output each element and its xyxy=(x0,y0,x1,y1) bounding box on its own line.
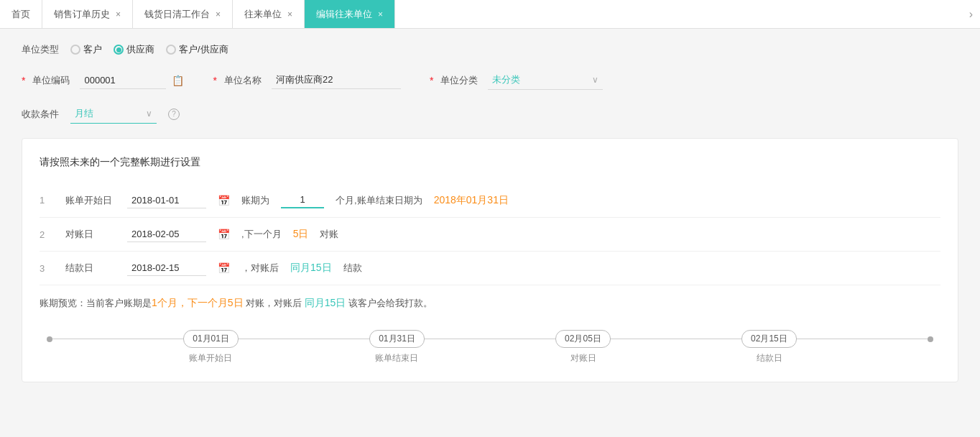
period-input[interactable] xyxy=(281,192,324,208)
unit-category-label: 单位分类 xyxy=(440,74,478,87)
start-date-input[interactable] xyxy=(127,193,206,208)
tl-label-3: 对账日 xyxy=(570,352,596,364)
settings-card: 请按照未来的一个完整帐期进行设置 1 账单开始日 📅 账期为 个月,账单结束日期… xyxy=(22,138,958,382)
tab-home-label: 首页 xyxy=(11,8,30,21)
row-3-label: 结款日 xyxy=(65,262,116,275)
unit-type-row: 单位类型 客户 供应商 客户/供应商 xyxy=(22,43,958,56)
timeline-labels-row: 账单开始日 账单结束日 对账日 结款日 xyxy=(47,352,933,364)
tab-nav-arrow[interactable]: › xyxy=(962,8,980,21)
tl-seg-4 xyxy=(611,339,741,339)
preview-end: 该客户会给我打款。 xyxy=(346,298,433,308)
tl-label-1: 账单开始日 xyxy=(189,352,232,364)
tab-sales-history-label: 销售订单历史 xyxy=(54,8,110,21)
payment-row: 收款条件 月结 ∨ ? xyxy=(22,104,958,124)
timeline-node-3: 02月05日 xyxy=(555,330,611,348)
payment-date-input[interactable] xyxy=(127,260,206,276)
tab-home[interactable]: 首页 xyxy=(0,0,42,28)
tab-edit-partner[interactable]: 编辑往来单位 × xyxy=(305,0,395,28)
reconcile-date-input[interactable] xyxy=(127,226,206,242)
tl-node-2-badge: 01月31日 xyxy=(369,330,425,348)
radio-customer-supplier-label: 客户/供应商 xyxy=(179,43,228,56)
tab-sales-history[interactable]: 销售订单历史 × xyxy=(42,0,133,28)
unit-category-value: 未分类 xyxy=(492,73,588,86)
billing-row-2: 2 对账日 📅 ,下一个月5日 对账 xyxy=(40,218,940,252)
tl-node-1-badge: 01月01日 xyxy=(183,330,239,348)
tab-bar: 首页 销售订单历史 × 钱货日清工作台 × 往来单位 × 编辑往来单位 × › xyxy=(0,0,980,29)
unit-code-input[interactable] xyxy=(80,72,166,89)
tl-label-2: 账单结束日 xyxy=(375,352,418,364)
copy-icon[interactable]: 📋 xyxy=(172,75,184,86)
tab-partners-label: 往来单位 xyxy=(244,8,282,21)
timeline-node-2: 01月31日 xyxy=(369,330,425,348)
row-2-highlight: 5日 xyxy=(293,228,309,241)
timeline-node-4: 02月15日 xyxy=(741,330,797,348)
radio-customer-supplier-circle xyxy=(166,45,176,55)
tl-seg-2 xyxy=(239,339,369,339)
start-date-calendar[interactable]: 📅 xyxy=(218,195,230,206)
unit-name-star: * xyxy=(213,75,216,86)
payment-dropdown[interactable]: 月结 ∨ xyxy=(70,104,157,124)
preview-part2: 下一个月5日 xyxy=(188,297,244,308)
row-2-num: 2 xyxy=(40,229,54,240)
radio-supplier-label: 供应商 xyxy=(126,43,154,56)
timeline-wrapper: 01月01日 01月31日 02月05日 02月15日 xyxy=(47,330,933,348)
preview-mid: 对账，对账后 xyxy=(244,298,305,308)
unit-category-dropdown[interactable]: 未分类 ∨ xyxy=(488,70,603,90)
unit-type-label: 单位类型 xyxy=(22,43,59,56)
unit-info-row: * 单位编码 📋 * 单位名称 * 单位分类 未分类 ∨ xyxy=(22,70,958,90)
preview-section: 账期预览：当前客户账期是1个月，下一个月5日 对账，对账后 同月15日 该客户会… xyxy=(40,285,940,316)
preview-part3: 同月15日 xyxy=(305,297,346,308)
reconcile-date-calendar[interactable]: 📅 xyxy=(218,229,230,240)
unit-category-group: * 单位分类 未分类 ∨ xyxy=(430,70,603,90)
billing-row-3: 3 结款日 📅 ，对账后同月15日 结款 xyxy=(40,252,940,285)
unit-code-group: * 单位编码 📋 xyxy=(22,72,184,89)
tab-cash-work-close[interactable]: × xyxy=(216,9,221,19)
tab-partners[interactable]: 往来单位 × xyxy=(233,0,305,28)
radio-supplier-circle xyxy=(114,45,124,55)
preview-part1: 1个月， xyxy=(152,297,188,308)
unit-name-label: 单位名称 xyxy=(224,74,262,87)
row-2-suffix-pre: ,下一个月 xyxy=(241,228,282,241)
unit-name-input[interactable] xyxy=(272,72,401,89)
tl-seg-3 xyxy=(425,339,555,339)
radio-supplier[interactable]: 供应商 xyxy=(114,43,154,56)
tab-sales-history-close[interactable]: × xyxy=(116,9,121,19)
payment-label: 收款条件 xyxy=(22,108,59,121)
payment-date-calendar[interactable]: 📅 xyxy=(218,262,230,274)
radio-customer[interactable]: 客户 xyxy=(70,43,102,56)
tl-node-3-badge: 02月05日 xyxy=(555,330,611,348)
row-2-label: 对账日 xyxy=(65,228,116,241)
payment-value: 月结 xyxy=(75,107,142,120)
radio-customer-circle xyxy=(70,45,80,55)
row-1-suffix-post: 个月,账单结束日期为 xyxy=(336,194,422,207)
row-3-suffix-pre: ，对账后 xyxy=(241,262,279,275)
main-content: 单位类型 客户 供应商 客户/供应商 * 单位编码 📋 xyxy=(0,29,980,437)
row-3-suffix-post: 结款 xyxy=(343,262,362,275)
tl-label-4: 结款日 xyxy=(757,352,782,364)
tab-cash-work-label: 钱货日清工作台 xyxy=(144,8,210,21)
radio-customer-supplier[interactable]: 客户/供应商 xyxy=(166,43,228,56)
row-3-highlight: 同月15日 xyxy=(290,262,332,275)
tl-node-4-badge: 02月15日 xyxy=(741,330,797,348)
timeline-section: 01月01日 01月31日 02月05日 02月15日 xyxy=(40,316,940,364)
unit-name-group: * 单位名称 xyxy=(213,72,400,89)
tl-seg-1 xyxy=(52,339,183,339)
help-icon[interactable]: ? xyxy=(168,109,180,120)
row-1-num: 1 xyxy=(40,195,54,206)
row-1-suffix-pre: 账期为 xyxy=(241,194,269,207)
unit-code-label: 单位编码 xyxy=(32,74,70,87)
preview-label: 账期预览：当前客户账期是 xyxy=(40,298,152,308)
card-title: 请按照未来的一个完整帐期进行设置 xyxy=(40,156,940,169)
timeline-node-1: 01月01日 xyxy=(183,330,239,348)
tab-edit-partner-label: 编辑往来单位 xyxy=(316,8,372,21)
unit-category-arrow: ∨ xyxy=(592,75,598,85)
billing-row-1: 1 账单开始日 📅 账期为 个月,账单结束日期为 2018年01月31日 xyxy=(40,183,940,218)
tab-partners-close[interactable]: × xyxy=(287,9,292,19)
tab-edit-partner-close[interactable]: × xyxy=(378,9,383,19)
row-1-label: 账单开始日 xyxy=(65,194,116,207)
row-1-highlight: 2018年01月31日 xyxy=(434,194,509,207)
timeline-end-dot xyxy=(928,336,933,342)
tab-cash-work[interactable]: 钱货日清工作台 × xyxy=(133,0,233,28)
unit-code-star: * xyxy=(22,75,25,86)
row-2-suffix-post: 对账 xyxy=(320,228,338,241)
